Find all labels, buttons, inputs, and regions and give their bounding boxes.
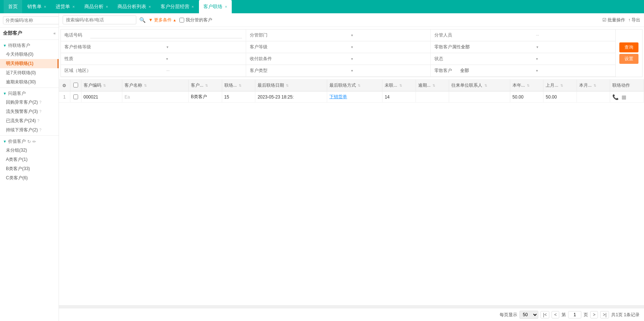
nature-caret-icon[interactable]: ▾	[166, 57, 242, 61]
nav-product-analysis[interactable]: 商品分析 ×	[80, 0, 112, 13]
close-purchase-order-icon[interactable]: ×	[72, 4, 74, 9]
sidebar-item-tomorrow-pending[interactable]: 明天待联络(1)	[0, 59, 59, 68]
dept-caret-icon[interactable]: ▾	[351, 33, 427, 37]
customer-type-caret-icon[interactable]: ▾	[351, 69, 427, 73]
col-not-contact[interactable]: 未联... ⇅	[382, 80, 416, 92]
filter-select-retail-customer[interactable]: 全部 ▾	[460, 68, 612, 74]
cell-check[interactable]	[70, 92, 81, 103]
my-customers-checkbox-label[interactable]: 我分管的客户	[179, 17, 212, 23]
status-caret-icon[interactable]: ▾	[536, 57, 612, 61]
filter-select-region[interactable]: ···	[91, 69, 242, 73]
page-input[interactable]	[568, 311, 581, 318]
filter-cell-payment: 收付款条件 ▾	[246, 53, 431, 65]
horizontal-scrollbar[interactable]	[59, 305, 644, 308]
col-last-month[interactable]: 上月... ⇅	[543, 80, 577, 92]
close-product-analysis-icon[interactable]: ×	[106, 4, 108, 9]
more-filters-button[interactable]: ▼ 更多条件 ▲	[148, 17, 176, 23]
col-code[interactable]: 客户编码 ⇅	[81, 80, 122, 92]
col-action[interactable]: 联络动作	[610, 80, 644, 92]
sidebar-group-pending[interactable]: ▼ 待联络客户	[0, 41, 59, 50]
help-icon-decline[interactable]: ?	[39, 128, 42, 132]
help-icon-repurchase[interactable]: ?	[39, 100, 42, 104]
col-this-month[interactable]: 本月... ⇅	[577, 80, 610, 92]
sidebar-item-7day-pending[interactable]: 近7天待联络(0)	[0, 68, 59, 77]
nav-sales-order[interactable]: 销售单 ×	[23, 0, 50, 13]
row-checkbox[interactable]	[73, 94, 78, 99]
action-grid-icon[interactable]: ▦	[622, 94, 626, 100]
filter-input-phone[interactable]	[90, 32, 242, 38]
close-product-analysis-list-icon[interactable]: ×	[148, 4, 151, 9]
filter-select-status[interactable]: ▾	[460, 57, 612, 61]
col-partner-contact[interactable]: 往来单位联系人 ⇅	[449, 80, 510, 92]
help-icon-churn-warning[interactable]: ?	[39, 110, 42, 114]
close-customer-contact-icon[interactable]: ×	[225, 4, 227, 9]
next-page-button[interactable]: >	[590, 311, 598, 318]
nav-product-analysis-list[interactable]: 商品分析列表 ×	[113, 0, 155, 13]
batch-op-button[interactable]: ☑ 批量操作	[602, 17, 625, 23]
value-edit-icon[interactable]: ✏	[32, 139, 36, 144]
prev-page-button[interactable]: <	[552, 311, 559, 318]
sidebar-item-today-pending[interactable]: 今天待联络(0)	[0, 50, 59, 59]
filter-select-payment[interactable]: ▾	[276, 57, 427, 61]
col-overdue[interactable]: 逾期... ⇅	[416, 80, 449, 92]
nav-purchase-order[interactable]: 进货单 ×	[51, 0, 79, 13]
col-name[interactable]: 客户名称 ⇅	[122, 80, 189, 92]
sidebar-item-class-a[interactable]: A类客户(1)	[0, 155, 59, 164]
help-icon-churned[interactable]: ?	[37, 119, 39, 123]
first-page-button[interactable]: |<	[540, 311, 549, 318]
cell-last-contact-method[interactable]: 下销货单	[327, 92, 382, 103]
retail-customer-caret-icon[interactable]: ▾	[536, 69, 612, 73]
sidebar-item-churned[interactable]: 已流失客户(24) ?	[0, 116, 59, 125]
select-all-checkbox[interactable]	[73, 83, 78, 87]
my-customers-checkbox[interactable]	[179, 18, 184, 23]
sidebar-item-repurchase-abnormal[interactable]: 回购异常客户(2) ?	[0, 98, 59, 107]
sidebar-all-customers[interactable]: 全部客户 «	[0, 28, 59, 39]
sidebar-item-overdue-contact[interactable]: 逾期未联络(30)	[0, 77, 59, 87]
price-tier-caret-icon[interactable]: ▾	[167, 45, 242, 49]
manager-dots-icon[interactable]: ···	[536, 33, 612, 37]
retail-attr-caret-icon[interactable]: ▾	[536, 45, 612, 49]
last-page-button[interactable]: >|	[600, 311, 609, 318]
filter-select-price-tier[interactable]: ▾	[91, 45, 242, 49]
sidebar-search-input[interactable]	[3, 16, 59, 24]
col-last-contact-method[interactable]: 最后联络方式 ⇅	[327, 80, 382, 92]
filter-select-manager[interactable]: ···	[460, 33, 612, 37]
close-customer-tier-icon[interactable]: ×	[192, 4, 194, 9]
filter-select-customer-tier[interactable]: ▾	[276, 45, 427, 49]
action-phone-icon[interactable]: 📞	[612, 94, 619, 100]
filter-select-retail-attr[interactable]: 全部 ▾	[461, 44, 612, 50]
sidebar-item-churn-warning[interactable]: 流失预警客户(3) ?	[0, 107, 59, 116]
value-refresh-icon[interactable]: ↻	[27, 139, 31, 144]
cell-last-contact-date: 2023-05-23 18:25:	[255, 92, 327, 103]
sidebar-collapse-icon[interactable]: «	[53, 31, 56, 35]
col-last-contact-date[interactable]: 最后联络日期 ⇅	[255, 80, 327, 92]
payment-caret-icon[interactable]: ▾	[351, 57, 427, 61]
col-gear[interactable]: ⚙	[59, 80, 70, 92]
per-page-select[interactable]: 50 100 200	[519, 311, 538, 319]
sidebar-item-class-b[interactable]: B类客户(33)	[0, 164, 59, 173]
region-dots-icon[interactable]: ···	[167, 69, 242, 73]
col-type[interactable]: 客户... ⇅	[189, 80, 222, 92]
sidebar-group-problem[interactable]: ▼ 问题客户	[0, 89, 59, 98]
query-button[interactable]: 查询	[619, 42, 638, 52]
filter-select-nature[interactable]: ▾	[90, 57, 242, 61]
filter-select-customer-type[interactable]: ▾	[276, 69, 427, 73]
last-contact-method-link[interactable]: 下销货单	[329, 94, 347, 99]
nav-home[interactable]: 首页	[4, 0, 22, 13]
export-button[interactable]: ↑ 导出	[628, 17, 640, 23]
filter-select-dept[interactable]: ▾	[276, 33, 427, 37]
col-this-year[interactable]: 本年... ⇅	[510, 80, 543, 92]
nav-customer-contact[interactable]: 客户联络 ×	[199, 0, 231, 13]
sidebar-group-value[interactable]: ▼ 价值客户 ↻ ✏	[0, 137, 59, 146]
sidebar-item-continuous-decline[interactable]: 持续下滑客户(2) ?	[0, 125, 59, 135]
close-sales-order-icon[interactable]: ×	[44, 4, 46, 9]
col-check[interactable]	[70, 80, 81, 92]
search-input[interactable]	[63, 15, 136, 24]
col-contact[interactable]: 联络... ⇅	[222, 80, 255, 92]
customer-tier-caret-icon[interactable]: ▾	[351, 45, 427, 49]
sidebar-item-ungrouped[interactable]: 未分组(32)	[0, 146, 59, 155]
search-button[interactable]: 🔍	[139, 17, 146, 23]
sidebar-item-class-c[interactable]: C类客户(6)	[0, 173, 59, 183]
nav-customer-tier[interactable]: 客户分层经营 ×	[156, 0, 198, 13]
setting-button[interactable]: 设置	[619, 54, 638, 64]
